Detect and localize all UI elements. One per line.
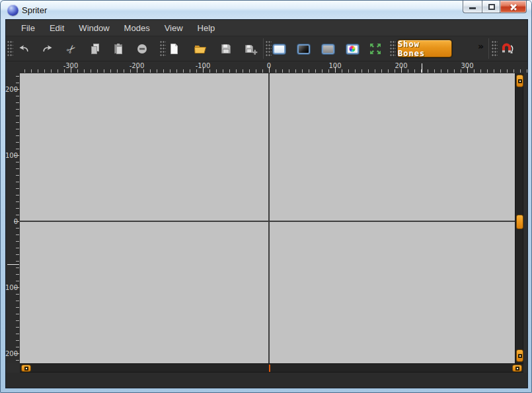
copy-icon bbox=[89, 42, 102, 55]
view-image-button[interactable] bbox=[344, 41, 360, 57]
h-ruler-label: 100 bbox=[328, 62, 341, 69]
snap-magnet-button[interactable] bbox=[499, 41, 515, 57]
v-ruler-label: 0 bbox=[14, 218, 18, 225]
view-dark-button[interactable] bbox=[295, 41, 311, 57]
v-ruler-label: 200 bbox=[5, 350, 18, 357]
menu-bar: File Edit Window Modes View Help bbox=[6, 20, 527, 36]
origin-horizontal-axis bbox=[20, 221, 515, 222]
minimize-button[interactable] bbox=[463, 1, 482, 13]
toolbar-separator bbox=[263, 38, 264, 59]
handle-grip-dot bbox=[518, 79, 522, 83]
menu-window[interactable]: Window bbox=[71, 23, 116, 33]
origin-vertical-axis bbox=[268, 73, 270, 363]
save-as-button[interactable] bbox=[243, 41, 259, 57]
maximize-button[interactable] bbox=[482, 1, 500, 13]
redo-button[interactable] bbox=[40, 41, 56, 57]
menu-modes[interactable]: Modes bbox=[117, 23, 157, 33]
horizontal-scrollbar[interactable] bbox=[20, 363, 523, 373]
expand-view-button[interactable] bbox=[367, 41, 383, 57]
window-light-icon bbox=[273, 44, 285, 54]
h-ruler-label: 300 bbox=[461, 62, 473, 69]
h-scroll-origin-marker[interactable] bbox=[269, 365, 270, 372]
spriter-window: { "window": { "title": "Spriter", "contr… bbox=[0, 0, 532, 393]
h-ruler-label: -200 bbox=[130, 62, 145, 69]
toolbar-separator bbox=[488, 38, 489, 59]
view-light-button[interactable] bbox=[271, 41, 287, 57]
magnet-rotate-icon bbox=[499, 41, 515, 57]
window-title: Spriter bbox=[22, 5, 47, 15]
window-controls bbox=[463, 1, 527, 13]
v-ruler-label: -200 bbox=[3, 86, 18, 93]
app-client-area: File Edit Window Modes View Help ✂ bbox=[6, 20, 527, 388]
h-ruler-label: 0 bbox=[267, 62, 271, 69]
h-ruler-label: -100 bbox=[196, 62, 211, 69]
copy-button[interactable] bbox=[87, 41, 103, 57]
undo-button[interactable] bbox=[16, 41, 32, 57]
app-icon bbox=[7, 5, 19, 16]
h-ruler-ticks bbox=[20, 69, 527, 73]
minus-circle-icon bbox=[135, 42, 149, 55]
save-button[interactable] bbox=[218, 41, 234, 57]
maximize-icon bbox=[488, 4, 495, 10]
window-gray-icon bbox=[322, 44, 334, 54]
cut-button[interactable]: ✂ bbox=[63, 41, 79, 57]
menu-file[interactable]: File bbox=[14, 23, 42, 33]
h-ruler-label: 200 bbox=[395, 62, 407, 69]
window-dark-icon bbox=[297, 44, 310, 54]
handle-grip-dot bbox=[518, 354, 522, 358]
vertical-ruler[interactable]: -200 -100 0 100 200 bbox=[6, 73, 20, 363]
h-ruler-cursor-marker bbox=[422, 63, 422, 73]
toolbar-grip[interactable] bbox=[160, 41, 166, 57]
show-bones-button[interactable]: Show Bones bbox=[397, 40, 452, 57]
h-ruler-label: -300 bbox=[63, 62, 79, 69]
window-image-icon bbox=[346, 44, 359, 54]
close-icon bbox=[509, 3, 517, 11]
handle-grip-dot bbox=[515, 367, 519, 371]
expand-arrows-icon bbox=[369, 42, 382, 55]
new-file-icon bbox=[167, 42, 180, 55]
toolbar-grip[interactable] bbox=[7, 41, 13, 57]
v-ruler-label: -100 bbox=[3, 152, 18, 159]
save-plus-icon bbox=[244, 42, 258, 55]
paste-icon bbox=[112, 42, 125, 55]
toolbar-overflow-chevron[interactable]: » bbox=[478, 41, 484, 52]
toolbar-grip[interactable] bbox=[492, 41, 498, 57]
vertical-scrollbar[interactable] bbox=[515, 73, 523, 363]
h-scroll-left-handle[interactable] bbox=[21, 365, 31, 372]
minimize-icon bbox=[469, 7, 476, 9]
canvas[interactable] bbox=[20, 73, 515, 363]
toolbar: ✂ bbox=[6, 36, 527, 61]
bottom-panel-area bbox=[6, 373, 527, 388]
h-scroll-right-handle[interactable] bbox=[512, 365, 522, 372]
remove-button[interactable] bbox=[134, 41, 150, 57]
scissors-icon: ✂ bbox=[63, 41, 80, 57]
undo-icon bbox=[17, 42, 30, 55]
open-folder-icon bbox=[193, 42, 208, 55]
handle-grip-dot bbox=[24, 367, 28, 371]
title-bar[interactable]: Spriter bbox=[1, 1, 532, 20]
horizontal-ruler[interactable]: -300 -200 -100 0 100 200 300 bbox=[20, 61, 527, 73]
v-ruler-cursor-marker bbox=[7, 264, 19, 265]
v-scroll-bottom-handle[interactable] bbox=[516, 349, 523, 362]
open-file-button[interactable] bbox=[192, 41, 208, 57]
v-ruler-label: 100 bbox=[5, 284, 18, 291]
paste-button[interactable] bbox=[110, 41, 126, 57]
menu-view[interactable]: View bbox=[157, 23, 190, 33]
menu-edit[interactable]: Edit bbox=[42, 23, 71, 33]
ruler-corner bbox=[6, 61, 20, 73]
menu-help[interactable]: Help bbox=[190, 23, 223, 33]
v-scroll-origin-handle[interactable] bbox=[516, 215, 523, 229]
toolbar-grip[interactable] bbox=[390, 41, 396, 57]
save-icon bbox=[219, 42, 233, 55]
new-file-button[interactable] bbox=[166, 41, 182, 57]
v-scroll-top-handle[interactable] bbox=[516, 75, 523, 87]
view-gray-button[interactable] bbox=[320, 41, 336, 57]
close-button[interactable] bbox=[500, 1, 527, 13]
redo-icon bbox=[41, 42, 54, 55]
